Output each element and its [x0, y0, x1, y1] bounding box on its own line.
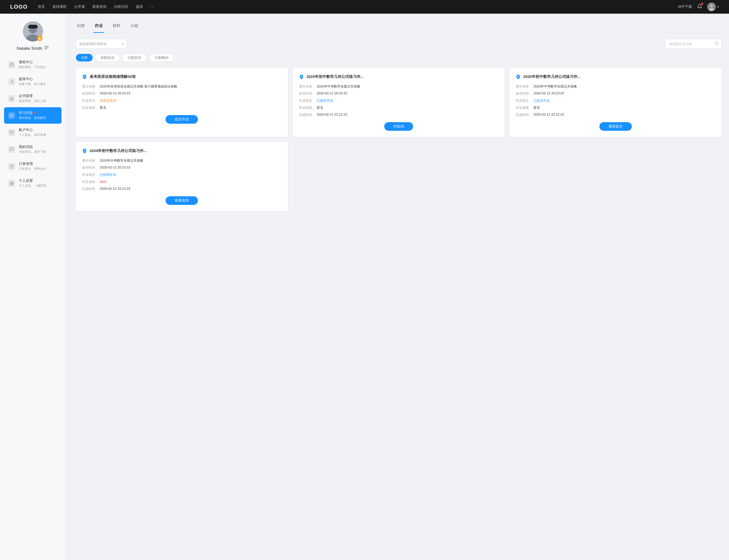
nav-item-qa[interactable]: 问答社区 [114, 5, 128, 9]
svg-rect-15 [47, 48, 48, 49]
card-field: 完成时间 2020-02-12 22:12:23 [82, 187, 282, 191]
card-field: 作业成绩 暂无 [516, 105, 715, 110]
svg-point-29 [11, 97, 13, 99]
field-label: 完成时间 [516, 113, 533, 117]
card-field: 发布时间 2020-02-12 20:23:23 [516, 91, 715, 96]
search-input[interactable] [666, 39, 721, 49]
field-value: 暂无 [533, 105, 540, 110]
svg-rect-14 [45, 49, 46, 49]
account-menu-title: 账户中心 [19, 128, 57, 132]
tab-xiaozu[interactable]: 小组 [129, 21, 139, 33]
logo: LOGO [10, 4, 28, 10]
card-action-button[interactable]: 查看批阅 [165, 196, 198, 205]
sidebar-item-study-qa[interactable]: 学习问答 课后重温、疑难解答 [4, 107, 61, 124]
qr-code-icon[interactable] [44, 46, 49, 51]
card-field: 发布时间 2020-02-12 20:23:23 [299, 91, 499, 96]
svg-rect-17 [47, 49, 48, 50]
svg-marker-8 [38, 37, 41, 40]
card-action: 重新提交 [516, 122, 715, 131]
field-label: 课次名称 [299, 84, 317, 89]
card-action: 提交作业 [82, 115, 282, 124]
field-label: 课次名称 [82, 158, 100, 163]
tab-zuoye[interactable]: 作业 [94, 21, 104, 33]
card-field: 课次名称 2020年中考数学全面过关攻略 [516, 84, 715, 89]
header: LOGO 首页发现课程公开课新闻资讯问答社区题库··· APP下载 ▾ [0, 0, 729, 14]
nav-item-home[interactable]: 首页 [38, 5, 45, 9]
field-label: 完成时间 [82, 187, 100, 191]
sidebar-item-settings[interactable]: 个人设置 个人信息、一键管理 [4, 175, 61, 191]
card-title-row: 作 2020年初中数学几何公式练习作... [516, 74, 715, 79]
sidebar-item-account[interactable]: 账户中心 个人权益、实时掌握 [4, 124, 61, 141]
card-fields: 课次名称 2020年高考英语全面过关攻略-第六期零基础语法攻略 发布时间 202… [82, 84, 282, 110]
svg-point-31 [715, 42, 718, 45]
field-label: 课次名称 [516, 84, 533, 89]
svg-point-1 [710, 4, 713, 7]
sidebar-item-cert[interactable]: 证书荣誉 收获荣誉、持证上岗 [4, 90, 61, 107]
card-field: 作业状态 已提交作业 [299, 98, 499, 103]
orders-menu-icon [8, 163, 15, 170]
field-label: 发布时间 [82, 91, 100, 96]
account-menu-sub: 个人权益、实时掌握 [19, 133, 57, 137]
nav-item-more[interactable]: ··· [151, 5, 154, 9]
header-right: APP下载 ▾ [678, 3, 719, 11]
status-btn-已提交(4)[interactable]: 已提交(4) [122, 54, 147, 62]
sidebar-item-messages[interactable]: 我的消息 消息通知、及时了解 [4, 141, 61, 158]
sidebar-item-question-bank[interactable]: 题库中心 海量习题、助力通关 [4, 73, 61, 90]
svg-point-30 [11, 183, 12, 184]
settings-menu-title: 个人设置 [19, 179, 57, 183]
field-value: 已提交作业 [317, 98, 333, 103]
study-qa-menu-title: 学习问答 [19, 111, 57, 115]
field-label: 作业状态 [82, 173, 100, 177]
sidebar-item-course[interactable]: 课程中心 精彩课程、不容错过 [4, 56, 61, 73]
cert-menu-sub: 收获荣誉、持证上岗 [19, 99, 57, 103]
app-download-link[interactable]: APP下载 [678, 5, 692, 9]
svg-rect-7 [28, 25, 37, 28]
cert-menu-icon [8, 95, 15, 102]
status-btn-已批阅(4)[interactable]: 已批阅(4) [149, 54, 174, 62]
card-fields: 课次名称 2020年中考数学全面过关攻略 发布时间 2020-02-12 20:… [299, 84, 499, 117]
messages-menu-title: 我的消息 [19, 145, 57, 149]
nav-item-bank[interactable]: 题库 [136, 5, 143, 9]
nav-item-discover[interactable]: 发现课程 [52, 5, 67, 9]
tab-ziliao[interactable]: 资料 [111, 21, 121, 33]
notification-bell[interactable] [697, 4, 702, 10]
settings-menu-sub: 个人信息、一键管理 [19, 184, 57, 188]
nav-item-news[interactable]: 新闻资讯 [92, 5, 107, 9]
svg-rect-16 [48, 48, 48, 49]
notification-badge [701, 3, 703, 5]
nav-item-open[interactable]: 公开课 [74, 5, 85, 9]
svg-line-32 [718, 44, 718, 45]
status-btn-未提交(4)[interactable]: 未提交(4) [95, 54, 120, 62]
card-action-button[interactable]: 提交作业 [165, 115, 198, 124]
sidebar-username: Natalie Smith [17, 46, 49, 51]
user-avatar-menu[interactable]: ▾ [707, 3, 719, 11]
card-action: 待批阅 [299, 122, 499, 131]
card-action-button[interactable]: 待批阅 [384, 122, 413, 131]
card-field: 课次名称 2020年高考英语全面过关攻略-第六期零基础语法攻略 [82, 84, 282, 89]
card-title: 2020年初中数学几何公式练习作... [523, 74, 580, 79]
field-label: 作业状态 [82, 98, 100, 103]
tab-wenda[interactable]: 问答 [76, 21, 86, 33]
card-title-row: 作 2020年初中数学几何公式练习作... [299, 74, 499, 79]
card-field: 课次名称 2020年中考数学全面过关攻略 [299, 84, 499, 89]
settings-menu-icon [8, 180, 15, 187]
field-label: 作业成绩 [516, 105, 533, 110]
shield-icon: 作 [82, 74, 87, 79]
field-value: 2020-02-12 20:23:23 [533, 91, 564, 96]
content-tabs: 问答作业资料小组 [76, 21, 721, 33]
status-btn-全部[interactable]: 全部 [76, 54, 93, 61]
field-label: 发布时间 [299, 91, 317, 96]
card-action-button[interactable]: 重新提交 [599, 122, 632, 131]
field-label: 完成时间 [299, 113, 317, 117]
sidebar-item-orders[interactable]: 订单管理 订单支出、明明白白 [4, 158, 61, 175]
course-filter-wrap: 请选择课程/课程包 ▾ [76, 39, 127, 49]
card-field: 作业状态 已提交作业 [516, 98, 715, 103]
course-select[interactable]: 请选择课程/课程包 [76, 39, 127, 49]
card-fields: 课次名称 2020年中考数学全面过关攻略 发布时间 2020-02-12 20:… [516, 84, 715, 117]
field-value: 暂无 [317, 105, 323, 110]
card-field: 作业成绩 88分 [82, 180, 282, 184]
card-field: 作业成绩 暂无 [299, 105, 499, 110]
search-button[interactable] [715, 41, 719, 46]
sidebar-menu: 课程中心 精彩课程、不容错过 题库中心 海量习题、助力通关 证书荣誉 收获荣誉、… [0, 56, 66, 192]
homework-card-card1: 作 高考英语试卷阅读理解30张 课次名称 2020年高考英语全面过关攻略-第六期… [76, 68, 288, 137]
